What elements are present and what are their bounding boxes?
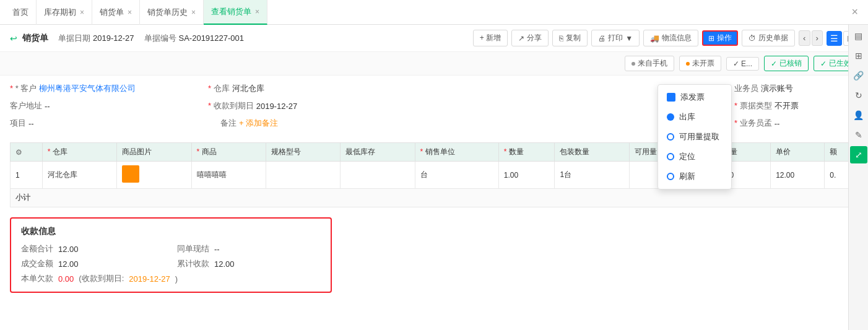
truck-icon: 🚚 <box>650 34 659 43</box>
row-product-img <box>117 162 191 189</box>
add-note-button[interactable]: + 添加备注 <box>239 118 278 129</box>
confirm-button[interactable]: ✓ E... <box>726 57 759 71</box>
tab-sales-order-label: 销货单 <box>100 7 124 18</box>
tab-inventory-init-label: 库存期初 <box>44 7 76 18</box>
dropdown-refresh[interactable]: 刷新 <box>658 167 731 186</box>
customer-addr-field: 客户地址 -- <box>10 100 196 111</box>
op-button[interactable]: ⊞ 操作 <box>702 30 738 46</box>
sidebar-icon-user[interactable]: 👤 <box>850 106 867 124</box>
ticket-type-value: 不开票 <box>775 100 799 111</box>
row-unit-price: 12.00 <box>771 162 825 189</box>
doc-title: ↩ 销货单 <box>10 33 48 44</box>
tab-view-sales-label: 查看销货单 <box>211 6 251 17</box>
close-all-tabs[interactable]: × <box>846 6 863 19</box>
payment-total-label: 金额合计 <box>21 243 53 254</box>
gear-icon[interactable]: ⚙ <box>15 148 22 157</box>
col-min-stock: 最低库存 <box>341 143 415 162</box>
table-wrapper: ⚙ * 仓库 商品图片 * 商品 规格型号 最低库存 * 销售单位 * 数量 包… <box>0 142 868 212</box>
row-spec <box>266 162 340 189</box>
payment-date-field: * 收款到期日 2019-12-27 <box>208 100 394 111</box>
op-dropdown-menu: 添发票 出库 可用量提取 定位 刷新 <box>658 84 732 189</box>
col-qty: * 数量 <box>498 143 555 162</box>
tab-inventory-init-close[interactable]: × <box>80 8 84 17</box>
payment-same-order-value: -- <box>214 245 220 254</box>
project-value: -- <box>28 119 34 128</box>
sidebar-icon-expand[interactable]: ⤢ <box>850 146 867 163</box>
doc-header: ↩ 销货单 单据日期 2019-12-27 单据编号 SA-20191227-0… <box>0 25 868 52</box>
sub-toolbar: 来自手机 未开票 ✓ E... ✓ 已核销 ✓ 已生效 <box>0 52 868 76</box>
print-button[interactable]: 🖨 打印 ▼ <box>591 30 640 46</box>
sales-staff-value: -- <box>775 119 780 128</box>
next-arrow[interactable]: › <box>812 30 823 46</box>
col-spec: 规格型号 <box>266 143 340 162</box>
payment-current-due-row: 本单欠款 0.00 (收款到期日: 2019-12-27 ) <box>21 273 321 284</box>
tab-sales-history-close[interactable]: × <box>191 8 196 17</box>
doc-no-value: SA-20191227-001 <box>179 33 245 43</box>
customer-addr-label: 客户地址 <box>10 100 42 111</box>
share-icon: ↗ <box>518 34 524 43</box>
ticket-dot <box>686 62 690 66</box>
payment-due-date-label: (收款到期日: <box>79 273 124 284</box>
sidebar-icon-grid[interactable]: ⊞ <box>850 47 867 64</box>
add-invoice-label: 添发票 <box>680 92 705 103</box>
tab-home-label: 首页 <box>12 7 28 18</box>
copy-button[interactable]: ⎘ 复制 <box>552 30 588 46</box>
from-phone-button[interactable]: 来自手机 <box>625 56 674 71</box>
tab-sales-order-close[interactable]: × <box>128 8 132 17</box>
warehouse-label: * 仓库 <box>208 83 230 94</box>
sidebar-icon-link[interactable]: 🔗 <box>850 67 867 84</box>
tab-view-sales[interactable]: 查看销货单 × <box>204 0 267 25</box>
payment-current-due-value: 0.00 <box>58 274 74 284</box>
share-button[interactable]: ↗ 分享 <box>511 30 549 46</box>
new-button[interactable]: + 新增 <box>473 30 508 46</box>
logistics-button[interactable]: 🚚 物流信息 <box>643 30 698 46</box>
project-field: 项目 -- <box>10 118 134 129</box>
doc-date-label: 单据日期 <box>58 33 90 44</box>
warehouse-field: * 仓库 河北仓库 <box>208 83 394 94</box>
tab-sales-order[interactable]: 销货单 × <box>92 0 140 25</box>
tab-sales-history[interactable]: 销货单历史 × <box>140 0 204 25</box>
nav-arrows: ‹ › <box>799 30 823 46</box>
dropdown-add-invoice[interactable]: 添发票 <box>658 87 731 107</box>
payment-transaction-value: 12.00 <box>58 259 79 269</box>
subtotal-cell: 小计 <box>11 189 858 207</box>
customer-label: * * 客户 <box>10 83 37 94</box>
copy-icon: ⎘ <box>559 34 563 43</box>
sales-staff-label: * 业务员孟 <box>734 118 772 129</box>
dropdown-locate[interactable]: 定位 <box>658 147 731 167</box>
locate-icon <box>667 153 674 160</box>
print-dropdown-arrow: ▼ <box>625 34 633 43</box>
doc-no-label: 单据编号 <box>144 33 176 44</box>
ticket-type-field: * 票据类型 不开票 <box>734 100 858 111</box>
note-field: 备注 + 添加备注 <box>220 118 344 129</box>
form-area: * * 客户 柳州粤港平安气体有限公司 * 仓库 河北仓库 业务员 演示账号 客… <box>0 76 868 142</box>
payment-cumulative-row: 累计收款 12.00 <box>177 258 321 269</box>
payment-transaction-label: 成交金额 <box>21 258 53 269</box>
staff-field: 业务员 演示账号 <box>734 83 858 94</box>
refresh-label: 刷新 <box>679 171 695 182</box>
tab-home[interactable]: 首页 <box>5 0 37 25</box>
payment-date-label: * 收款到期日 <box>208 100 254 111</box>
row-warehouse: 河北仓库 <box>42 162 116 189</box>
payment-grid: 金额合计 12.00 同单现结 -- 成交金额 12.00 累计收款 12.00… <box>21 243 321 284</box>
row-pack-qty: 1台 <box>555 162 629 189</box>
sidebar-icon-edit[interactable]: ✎ <box>850 126 867 144</box>
add-invoice-icon <box>667 93 675 102</box>
sidebar-icon-rotate[interactable]: ↻ <box>850 87 867 104</box>
prev-arrow[interactable]: ‹ <box>799 30 810 46</box>
dropdown-available-qty[interactable]: 可用量提取 <box>658 127 731 147</box>
already-void-status: ✓ 已核销 <box>764 56 809 71</box>
col-product-img: 商品图片 <box>117 143 191 162</box>
available-qty-label: 可用量提取 <box>679 131 719 142</box>
tab-view-sales-close[interactable]: × <box>255 7 259 16</box>
ticket-type-label: * 票据类型 <box>734 100 772 111</box>
tab-inventory-init[interactable]: 库存期初 × <box>37 0 92 25</box>
dropdown-outbound[interactable]: 出库 <box>658 107 731 127</box>
history-button[interactable]: ⏱ 历史单据 <box>742 30 795 46</box>
not-open-button[interactable]: 未开票 <box>679 56 721 71</box>
sidebar-icon-list[interactable]: ▤ <box>850 27 867 45</box>
print-icon: 🖨 <box>598 34 605 43</box>
list-view-icon[interactable]: ☰ <box>827 31 842 46</box>
payment-same-order-row: 同单现结 -- <box>177 243 321 254</box>
customer-value[interactable]: 柳州粤港平安气体有限公司 <box>39 83 136 94</box>
